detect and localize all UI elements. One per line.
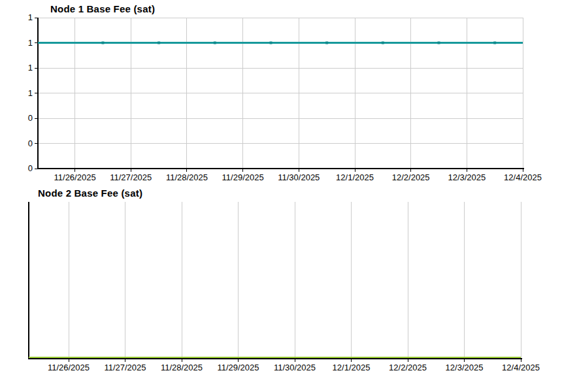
y-tick-label: 1 — [16, 12, 33, 22]
x-tick-label: 11/30/2025 — [269, 172, 328, 182]
y-tick-label: 0 — [16, 163, 33, 173]
series-marker — [493, 42, 496, 44]
y-tick-label: 0 — [16, 139, 33, 148]
x-tick-label: 11/27/2025 — [101, 172, 160, 182]
x-tick-label: 11/26/2025 — [46, 172, 105, 182]
x-tick-label: 11/29/2025 — [214, 172, 273, 182]
y-tick-label: 1 — [16, 88, 33, 98]
x-tick-label: 11/30/2025 — [265, 363, 324, 372]
x-tick-label: 12/1/2025 — [325, 172, 384, 182]
x-tick-label: 11/27/2025 — [96, 363, 155, 372]
x-tick-label: 12/4/2025 — [493, 172, 552, 182]
series-marker — [157, 42, 160, 44]
x-tick-label: 12/4/2025 — [491, 363, 550, 372]
charts-page: Node 1 Base Fee (sat) Node 2 Base Fee (s… — [0, 0, 562, 392]
x-tick-label: 11/26/2025 — [39, 363, 98, 372]
series-marker — [101, 42, 104, 44]
series-marker — [325, 42, 328, 44]
x-tick-label: 11/28/2025 — [152, 363, 211, 372]
chart-node2-title: Node 2 Base Fee (sat) — [38, 188, 142, 199]
x-tick-label: 12/3/2025 — [435, 363, 494, 372]
series-marker — [214, 42, 216, 44]
x-tick-label: 12/1/2025 — [322, 363, 381, 372]
x-tick-label: 12/2/2025 — [382, 172, 440, 182]
x-tick-label: 12/3/2025 — [437, 172, 496, 182]
x-tick-label: 12/2/2025 — [378, 363, 437, 372]
y-tick-label: 1 — [16, 38, 33, 48]
x-tick-label: 11/28/2025 — [157, 172, 216, 182]
chart-node1-title: Node 1 Base Fee (sat) — [50, 3, 155, 14]
series-marker — [438, 42, 440, 44]
y-tick-label: 1 — [16, 63, 33, 73]
x-tick-label: 11/29/2025 — [209, 363, 268, 372]
series-marker — [269, 42, 272, 44]
series-marker — [382, 42, 384, 44]
y-tick-label: 0 — [16, 113, 33, 123]
